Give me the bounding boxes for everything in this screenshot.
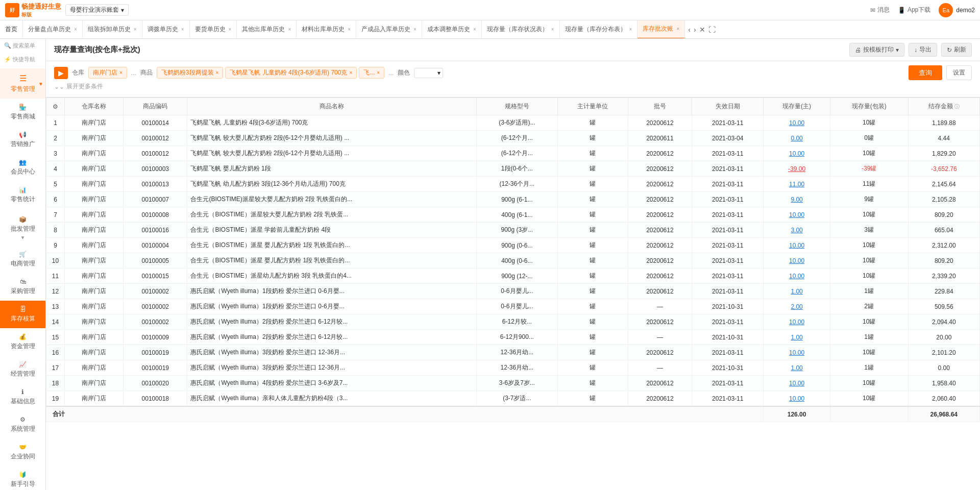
row-qty-main[interactable]: 1.00 (764, 360, 830, 376)
tab-11-close[interactable]: × (676, 26, 679, 32)
row-batch: — (628, 330, 692, 345)
row-warehouse: 南岸门店 (65, 161, 124, 177)
row-batch: 20200612 (628, 223, 692, 238)
sidebar-item-system[interactable]: ⚙ 系统管理 (0, 411, 45, 438)
workspace-selector[interactable]: 母婴行业演示账套 ▾ (65, 4, 129, 16)
message-btn[interactable]: ✉ 消息 (870, 6, 890, 14)
query-btn[interactable]: 查询 (909, 65, 942, 80)
row-qty-main[interactable]: 1.00 (764, 284, 830, 299)
tab-2-label: 组装拆卸单历史 (88, 25, 131, 34)
sidebar-item-wholesale[interactable]: 📦 批发管理 ▼ (0, 211, 45, 246)
tab-5[interactable]: 其他出库单历史 × (237, 20, 297, 39)
row-qty-main[interactable]: 10.00 (764, 391, 830, 407)
app-download-btn[interactable]: 📱 App下载 (898, 6, 930, 14)
sidebar-item-member-center[interactable]: 👥 会员中心 (0, 154, 45, 181)
top-bar: 好 畅捷通好生意 标版 母婴行业演示账套 ▾ ✉ 消息 📱 App下载 Ea d… (0, 0, 980, 20)
sidebar-item-guide[interactable]: 🔰 新手引导 (0, 466, 45, 490)
product-tag-1-close[interactable]: × (216, 70, 219, 76)
tab-7[interactable]: 产成品入库单历史 × (356, 20, 422, 39)
sidebar-item-finance[interactable]: 💰 资金管理 (0, 328, 45, 356)
row-qty-main[interactable]: 11.00 (764, 177, 830, 192)
row-code: 00100002 (124, 299, 187, 314)
row-qty-main[interactable]: 10.00 (764, 253, 830, 268)
row-qty-main[interactable]: 10.00 (764, 345, 830, 360)
tab-4[interactable]: 要货单历史 × (190, 20, 237, 39)
tab-5-close[interactable]: × (288, 27, 291, 32)
row-expire: 2021-03-11 (692, 345, 764, 360)
tab-8-close[interactable]: × (473, 27, 476, 32)
print-btn[interactable]: 🖨 按模板打印 ▾ (849, 43, 904, 57)
sidebar-item-retail-mgmt[interactable]: ☰ 零售管理 ▼ (0, 68, 45, 99)
tab-2-close[interactable]: × (134, 27, 137, 32)
row-qty-main[interactable]: 10.00 (764, 268, 830, 284)
row-qty-main[interactable]: 3.00 (764, 223, 830, 238)
amount-info-icon[interactable]: ⓘ (954, 104, 960, 109)
sidebar-item-ecommerce[interactable]: 🛒 电商管理 (0, 246, 45, 273)
tab-prev-arrow[interactable]: ‹ (687, 24, 692, 35)
warehouse-more-dots[interactable]: ... (131, 69, 136, 77)
row-qty-main[interactable]: 1.00 (764, 330, 830, 345)
tab-7-label: 产成品入库单历史 (361, 25, 410, 34)
row-name: 惠氏启赋（Wyeth illuma）3段奶粉 爱尔兰进口 12-36月... (187, 360, 476, 376)
filter-toggle-btn[interactable]: ▶ (54, 67, 68, 79)
product-tag-1[interactable]: 飞鹤奶粉3段两提装 × (157, 67, 224, 79)
tab-6-close[interactable]: × (348, 27, 351, 32)
product-tags: 飞鹤奶粉3段两提装 × 飞鹤星飞帆 儿童奶粉 4段(3-6岁适用) 700克 ×… (157, 67, 384, 79)
row-batch: — (628, 299, 692, 314)
row-qty-main[interactable]: 10.00 (764, 314, 830, 330)
row-qty-main[interactable]: 10.00 (764, 115, 830, 131)
row-qty-main[interactable]: 9.00 (764, 192, 830, 207)
tab-10[interactable]: 现存量（库存分布表） × (560, 20, 638, 39)
tab-7-close[interactable]: × (413, 27, 416, 32)
product-tag-3-close[interactable]: × (377, 70, 380, 76)
row-qty-main[interactable]: 10.00 (764, 146, 830, 161)
tab-2[interactable]: 组装拆卸单历史 × (83, 20, 142, 39)
search-menu-btn[interactable]: 🔍 搜索菜单 (0, 39, 45, 53)
row-qty-main[interactable]: 10.00 (764, 238, 830, 253)
sidebar-item-retail-stats[interactable]: 📊 零售统计 (0, 181, 45, 209)
product-more-dots[interactable]: ... (388, 69, 394, 77)
tab-maximize[interactable]: ⛶ (707, 24, 717, 35)
tab-9[interactable]: 现存量（库存状况表） × (482, 20, 560, 39)
sidebar-item-operations[interactable]: 📈 经营管理 (0, 356, 45, 383)
sidebar-item-inventory[interactable]: 🗄 库存核算 (0, 301, 45, 328)
quick-nav-btn[interactable]: ⚡ 快捷导航 (0, 53, 45, 66)
row-qty-main[interactable]: -39.00 (764, 161, 830, 177)
warehouse-tag-close[interactable]: × (119, 70, 122, 76)
settings-btn[interactable]: 设置 (946, 65, 972, 80)
tab-8[interactable]: 成本调整单历史 × (422, 20, 482, 39)
refresh-btn[interactable]: ↻ 刷新 (941, 43, 972, 57)
sidebar-item-basic-info[interactable]: ℹ 基础信息 (0, 383, 45, 411)
row-qty-pkg: 10罐 (830, 115, 908, 131)
sidebar-item-collab[interactable]: 🤝 企业协同 (0, 438, 45, 466)
warehouse-tag[interactable]: 南岸门店 × (88, 67, 127, 79)
export-btn[interactable]: ↓ 导出 (909, 43, 937, 57)
tab-next-arrow[interactable]: › (693, 24, 697, 35)
row-qty-main[interactable]: 2.00 (764, 299, 830, 314)
tab-6[interactable]: 材料出库单历史 × (297, 20, 356, 39)
product-tag-2[interactable]: 飞鹤星飞帆 儿童奶粉 4段(3-6岁适用) 700克 × (225, 67, 357, 79)
tab-1[interactable]: 分量盘点单历史 × (23, 20, 83, 39)
sidebar-item-retail-shop[interactable]: 🏪 零售商城 (0, 99, 45, 126)
sidebar-item-purchase[interactable]: 🛍 采购管理 (0, 273, 45, 301)
tab-4-close[interactable]: × (229, 27, 232, 32)
row-amount: 665.04 (908, 223, 979, 238)
sidebar-item-marketing[interactable]: 📢 营销推广 (0, 126, 45, 154)
product-tag-2-close[interactable]: × (349, 70, 352, 76)
tab-9-close[interactable]: × (551, 27, 554, 32)
row-qty-main[interactable]: 10.00 (764, 376, 830, 391)
expand-more-btn[interactable]: ⌄⌄ 展开更多条件 (54, 80, 972, 93)
tab-home[interactable]: 首页 (0, 20, 23, 39)
product-tag-3[interactable]: 飞... × (359, 67, 384, 79)
tab-close-all[interactable]: ✕ (698, 24, 706, 35)
row-qty-main[interactable]: 0.00 (764, 131, 830, 146)
tab-10-close[interactable]: × (629, 27, 632, 32)
row-qty-main[interactable]: 10.00 (764, 207, 830, 223)
tab-1-close[interactable]: × (74, 27, 77, 32)
tab-3-close[interactable]: × (181, 27, 184, 32)
row-unit: 罐 (557, 146, 628, 161)
table-row: 16 南岸门店 00100019 惠氏启赋（Wyeth illuma）3段奶粉 … (46, 345, 980, 360)
tab-11[interactable]: 库存批次账 × (638, 20, 685, 39)
color-dropdown[interactable]: ▾ (414, 68, 443, 78)
tab-3[interactable]: 调拨单历史 × (142, 20, 190, 39)
